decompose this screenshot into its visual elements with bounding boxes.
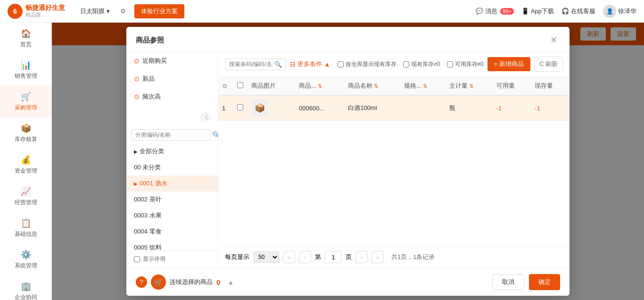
first-page-button[interactable]: « [283, 251, 295, 263]
logo-text-group: 畅捷通好生意 精品版 [25, 4, 65, 19]
collapse-button[interactable]: 《 [200, 112, 210, 123]
category-search-row: 🔍 [126, 126, 218, 143]
col-spec[interactable]: 规格...⇅ [400, 77, 446, 95]
online-service-label: 在线客服 [571, 7, 595, 16]
frequent-icon: ⊙ [134, 93, 140, 100]
add-product-button[interactable]: + 新增商品 [487, 57, 530, 71]
headset-icon: 🎧 [561, 8, 569, 15]
category-search-icon[interactable]: 🔍 [212, 131, 218, 139]
user-profile-btn[interactable]: 👤 徐泽华 [603, 5, 636, 18]
table-row[interactable]: 1 📦 000600... 白酒100ml [218, 95, 570, 121]
has-stock-checkbox[interactable] [403, 61, 409, 67]
sidebar-item-home[interactable]: 🏠 首页 [0, 23, 51, 54]
message-label: 消息 [485, 7, 497, 16]
cell-stock: -1 [531, 95, 570, 121]
table-header-row: ⚙ 商品图片 商品...⇅ 商品名称⇅ 规格...⇅ 主计量⇅ [218, 77, 570, 95]
sidebar-item-operation[interactable]: 📈 经营管理 [0, 181, 51, 212]
modal-footer: ? 🛒 连续选择的商品 0 ▲ 取消 确定 [126, 268, 570, 296]
pagination: 每页显示 50 10 20 100 « ‹ 第 页 [218, 246, 570, 268]
col-stock: 现存量 [531, 77, 570, 95]
select-all-checkbox[interactable] [237, 82, 243, 88]
category-label-00: 00 未分类 [134, 163, 161, 172]
left-nav-new[interactable]: ⊙ 新品 [126, 70, 218, 88]
available-stock-checkbox[interactable] [447, 61, 453, 67]
sidebar-item-basic-label: 基础信息 [15, 230, 37, 238]
cart-expand-button[interactable]: ▲ [224, 275, 237, 289]
settings-icon[interactable]: ⚙ [116, 4, 131, 19]
category-item-00[interactable]: 00 未分类 [126, 159, 218, 175]
category-search-input[interactable] [131, 129, 210, 141]
category-label-all: 全部分类 [140, 147, 164, 156]
sidebar-item-enterprise[interactable]: 🏢 企业协同 [0, 275, 51, 300]
content-area: 查询 刷新 设置 商品参照 ✕ ⊙ [52, 23, 644, 300]
col-name[interactable]: 商品名称⇅ [344, 77, 400, 95]
product-table-container: ⚙ 商品图片 商品...⇅ 商品名称⇅ 规格...⇅ 主计量⇅ [218, 77, 570, 246]
confirm-button[interactable]: 确定 [529, 274, 560, 290]
by-warehouse-checkbox[interactable] [338, 61, 344, 67]
category-item-0003[interactable]: 0003 水果 [126, 208, 218, 224]
main-layout: 🏠 首页 📊 销售管理 🛒 采购管理 📦 库存核算 💰 资金管理 📈 经营管理 … [0, 23, 644, 300]
per-page-select[interactable]: 50 10 20 100 [253, 251, 279, 263]
nav-company[interactable]: 日太阳膜 ▾ [74, 0, 116, 23]
app-download-btn[interactable]: 📱 App下载 [521, 7, 554, 16]
filter-button[interactable]: ⊟ 更多条件 ▲ [290, 60, 330, 68]
sidebar-item-sales-label: 销售管理 [15, 72, 37, 80]
category-item-all[interactable]: ▶ 全部分类 [126, 143, 218, 159]
left-nav-recent[interactable]: ⊙ 近期购买 [126, 52, 218, 70]
sidebar-item-basic[interactable]: 📋 基础信息 [0, 212, 51, 244]
page-number-input[interactable] [325, 251, 342, 263]
cell-checkbox [233, 95, 248, 121]
col-code[interactable]: 商品...⇅ [295, 77, 344, 95]
cart-icon[interactable]: 🛒 [151, 275, 166, 290]
show-disabled-checkbox[interactable] [134, 256, 140, 262]
category-item-0001[interactable]: ▶ 0001 酒水 [126, 175, 218, 192]
prev-page-button[interactable]: ‹ [299, 251, 311, 263]
left-nav-frequent[interactable]: ⊙ 频次高 [126, 88, 218, 106]
cart-count: 0 [216, 278, 220, 286]
modal-overlay: 商品参照 ✕ ⊙ 近期购买 ⊙ 新品 [52, 23, 644, 300]
username-label: 徐泽华 [618, 7, 636, 16]
category-item-0002[interactable]: 0002 茶叶 [126, 192, 218, 208]
per-page-label: 每页显示 [225, 253, 249, 261]
help-icon[interactable]: ? [136, 276, 147, 288]
col-image: 商品图片 [248, 77, 295, 95]
modal-close-button[interactable]: ✕ [547, 33, 560, 47]
category-item-0004[interactable]: 0004 零食 [126, 224, 218, 240]
trial-button[interactable]: 体验行业方案 [134, 4, 184, 18]
category-label-0002: 0002 茶叶 [134, 195, 162, 204]
sidebar-item-finance[interactable]: 💰 资金管理 [0, 149, 51, 181]
cart-text: 连续选择的商品 [170, 278, 213, 286]
last-page-button[interactable]: » [372, 251, 384, 263]
cell-image: 📦 [248, 95, 295, 121]
cell-name: 白酒100ml [344, 95, 400, 121]
checkbox-group: 按仓库显示现有库存 现有库存≠0 可用库存≠0 [338, 60, 484, 68]
home-icon: 🏠 [21, 28, 31, 39]
next-page-button[interactable]: › [355, 251, 368, 263]
message-btn[interactable]: 💬 消息 99+ [476, 7, 514, 16]
col-settings[interactable]: ⚙ [218, 77, 233, 95]
sidebar-item-home-label: 首页 [20, 41, 32, 49]
left-nav-new-label: 新品 [142, 75, 155, 83]
search-icon[interactable]: 🔍 [274, 61, 282, 68]
online-service-btn[interactable]: 🎧 在线客服 [561, 7, 595, 16]
refresh-table-button[interactable]: C 刷新 [534, 57, 563, 72]
sidebar-item-purchase[interactable]: 🛒 采购管理 [0, 86, 51, 117]
product-search-input[interactable] [229, 61, 272, 67]
sidebar-item-sales[interactable]: 📊 销售管理 [0, 54, 51, 86]
sidebar-item-inventory[interactable]: 📦 库存核算 [0, 117, 51, 149]
cell-code: 000600... [295, 95, 344, 121]
purchase-icon: 🛒 [21, 92, 31, 102]
header-right: 💬 消息 99+ 📱 App下载 🎧 在线客服 👤 徐泽华 [476, 5, 636, 18]
product-thumbnail: 📦 [251, 100, 268, 117]
row-checkbox[interactable] [237, 104, 243, 110]
logo-sub: 精品版 [25, 11, 65, 18]
sidebar-item-enterprise-label: 企业协同 [15, 293, 37, 300]
sidebar-item-system[interactable]: ⚙️ 系统管理 [0, 244, 51, 275]
col-unit[interactable]: 主计量⇅ [446, 77, 492, 95]
cancel-button[interactable]: 取消 [492, 274, 524, 290]
basic-icon: 📋 [21, 218, 31, 228]
product-table: ⚙ 商品图片 商品...⇅ 商品名称⇅ 规格...⇅ 主计量⇅ [218, 77, 570, 121]
show-disabled-row: 显示停用 [126, 250, 218, 268]
category-item-0005[interactable]: 0005 饮料 [126, 240, 218, 250]
modal-right-panel: 🔍 ⊟ 更多条件 ▲ 按仓库显示现有库存 [218, 52, 570, 268]
